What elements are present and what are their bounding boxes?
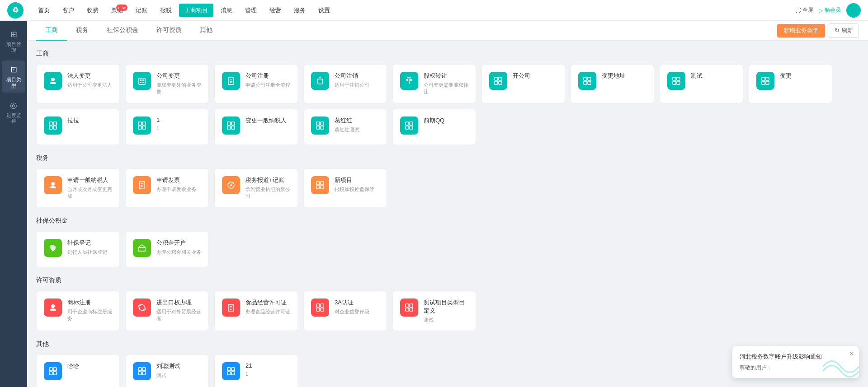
biz-card[interactable]: 公司注销 适用于注销公司 — [303, 64, 387, 103]
svg-rect-28 — [766, 77, 769, 80]
sidebar-item-项目管理[interactable]: ⊞ 项目管理 — [2, 25, 25, 57]
biz-card-desc: 葛红红测试 — [335, 126, 379, 133]
biz-card-name: 公积金开户 — [156, 239, 201, 247]
svg-rect-46 — [321, 126, 324, 129]
logo[interactable]: ♻ — [7, 2, 24, 19]
nav-item-服务[interactable]: 服务 — [288, 4, 311, 17]
biz-card[interactable]: 1 1 — [125, 109, 209, 145]
biz-card-icon — [311, 72, 329, 90]
biz-card-info: 开公司 — [513, 72, 557, 82]
refresh-button[interactable]: ↻ 刷新 — [829, 23, 859, 38]
biz-card-desc: 办理食品经营许可证 — [245, 308, 290, 315]
subtab-许可资质[interactable]: 许可资质 — [147, 21, 191, 41]
biz-card[interactable]: 申请一般纳税人 当月或次月成变更完成 — [36, 168, 120, 208]
svg-rect-78 — [49, 368, 52, 371]
svg-rect-3 — [142, 79, 144, 81]
biz-card[interactable]: 申请发票 办理申请发票业务 — [125, 168, 209, 208]
biz-card[interactable]: 变更一般纳税人 — [214, 109, 298, 145]
section-title-社保公积金: 社保公积金 — [36, 217, 859, 225]
fullscreen-button[interactable]: ⛶ 全屏 — [795, 6, 813, 14]
biz-card-info: 葛红红 葛红红测试 — [335, 117, 379, 133]
vip-label: 畅会员 — [825, 6, 841, 14]
svg-rect-37 — [138, 126, 142, 129]
biz-card-name: 法人变更 — [67, 72, 112, 80]
biz-card[interactable]: 开公司 — [481, 64, 565, 103]
biz-card-info: 公司注销 适用于注销公司 — [335, 72, 379, 89]
svg-rect-33 — [49, 126, 52, 129]
biz-card-icon — [44, 72, 62, 90]
biz-card[interactable]: 社保登记 进行人员社保登记 — [36, 231, 120, 267]
svg-rect-82 — [138, 368, 142, 371]
nav-item-设置[interactable]: 设置 — [313, 4, 335, 17]
biz-card-info: 申请发票 办理申请发票业务 — [156, 176, 201, 193]
biz-card[interactable]: 进出口权办理 适用于对外贸易经营者 — [125, 291, 209, 331]
sidebar-item-项目类型[interactable]: ⊡ 项目类型 — [2, 61, 25, 92]
biz-card[interactable]: 法人变更 适用于公司变更法人 — [36, 64, 120, 103]
biz-card[interactable]: 新项目 报税加税控盘保管 — [303, 168, 387, 208]
nav-item-客户[interactable]: 客户 — [57, 4, 80, 17]
biz-card[interactable]: 拉拉 — [36, 109, 120, 145]
biz-card[interactable]: ¥ 税务报道+记账 拿到营业执照的新公司 — [214, 168, 298, 208]
biz-card[interactable]: 变更 — [749, 64, 832, 103]
sidebar-label: 项目类型 — [5, 77, 23, 89]
biz-card[interactable]: 商标注册 用于企业商标注册服务 — [36, 291, 120, 331]
nav-item-经营[interactable]: 经营 — [264, 4, 287, 17]
svg-rect-42 — [231, 126, 235, 129]
new-type-button[interactable]: 新增业务类型 — [777, 24, 825, 37]
nav-item-工商项目[interactable]: 工商项目 — [179, 4, 213, 17]
svg-rect-32 — [53, 122, 57, 125]
sub-tabs-bar: 工商税务社保公积金许可资质其他 新增业务类型 ↻ 刷新 — [27, 21, 868, 41]
svg-rect-4 — [140, 82, 142, 83]
biz-card[interactable]: 哈哈 — [36, 354, 120, 387]
svg-rect-74 — [406, 304, 409, 307]
biz-card-info: 新项目 报税加税控盘保管 — [335, 176, 379, 193]
biz-card-icon — [222, 362, 240, 380]
biz-card[interactable]: 刘聪测试 测试 — [125, 354, 209, 387]
biz-card-name: 测试 — [691, 72, 736, 80]
biz-card-desc: 测试 — [156, 372, 201, 379]
svg-rect-29 — [762, 81, 765, 84]
biz-card[interactable]: 公积金开户 办理公积金相关业务 — [125, 231, 209, 267]
svg-rect-84 — [138, 372, 142, 375]
biz-card[interactable]: 测试项目类型目定义 测试 — [392, 291, 476, 331]
biz-card[interactable]: 食品经营许可证 办理食品经营许可证 — [214, 291, 298, 331]
svg-rect-47 — [406, 122, 409, 125]
cards-grid-许可资质: 商标注册 用于企业商标注册服务 进出口权办理 适用于对外贸易经营者 食品经营许可… — [36, 291, 859, 331]
svg-rect-75 — [410, 304, 413, 307]
nav-item-消息[interactable]: 消息 — [215, 4, 238, 17]
biz-card[interactable]: 测试 — [660, 64, 743, 103]
biz-card[interactable]: 葛红红 葛红红测试 — [303, 109, 387, 145]
biz-card-info: 税务报道+记账 拿到营业执照的新公司 — [245, 176, 290, 200]
biz-card-name: 申请发票 — [156, 176, 201, 184]
sidebar-item-进度监控[interactable]: ◎ 进度监控 — [2, 96, 25, 128]
nav-item-首页[interactable]: 首页 — [33, 4, 55, 17]
biz-card[interactable]: 3A认证 对企业信誉评级 — [303, 291, 387, 331]
biz-card[interactable]: 股权转让 公司变更需要股权转让 — [392, 64, 476, 103]
nav-item-管理[interactable]: 管理 — [240, 4, 262, 17]
subtab-税务[interactable]: 税务 — [67, 21, 98, 41]
svg-rect-60 — [316, 186, 320, 189]
nav-item-收费[interactable]: 收费 — [81, 4, 104, 17]
nav-item-记账[interactable]: 记账 — [130, 4, 153, 17]
biz-card-info: 进出口权办理 适用于对外贸易经营者 — [156, 298, 201, 322]
vip-icon: ▷ — [819, 7, 823, 14]
vip-button[interactable]: ▷ 畅会员 — [819, 6, 841, 14]
nav-item-报税[interactable]: 报税 — [155, 4, 177, 17]
nav-item-票据[interactable]: 票据new — [106, 4, 128, 17]
biz-card-icon — [311, 117, 329, 135]
biz-card-name: 进出口权办理 — [156, 298, 201, 307]
biz-card[interactable]: 21 1 — [214, 354, 298, 387]
svg-rect-24 — [677, 77, 680, 80]
biz-card[interactable]: 变更地址 — [571, 64, 654, 103]
biz-card[interactable]: 公司变更 股权变更外的业务变更 — [125, 64, 209, 103]
biz-card-name: 哈哈 — [67, 362, 112, 370]
subtab-工商[interactable]: 工商 — [36, 21, 67, 41]
biz-card[interactable]: 公司注册 申请公司注册全流程 — [214, 64, 298, 103]
avatar[interactable] — [846, 3, 861, 18]
biz-card-info: 股权转让 公司变更需要股权转让 — [424, 72, 468, 96]
subtab-社保公积金[interactable]: 社保公积金 — [98, 21, 147, 41]
subtab-其他[interactable]: 其他 — [191, 21, 222, 41]
biz-card[interactable]: 前期QQ — [392, 109, 476, 145]
svg-rect-87 — [231, 368, 235, 371]
biz-card-icon — [756, 72, 774, 90]
